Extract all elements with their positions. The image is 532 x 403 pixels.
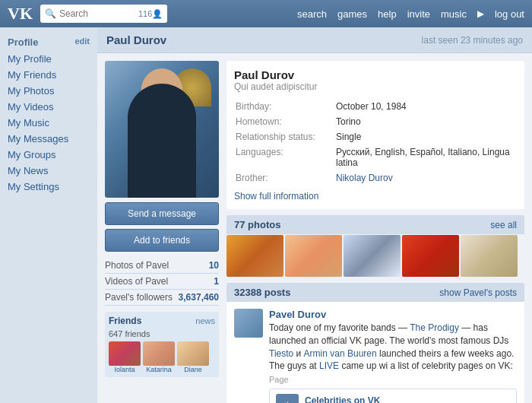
friends-avatars: Iolanta Katarina Diane <box>109 341 215 373</box>
tiesto-link[interactable]: Tiesto <box>269 348 293 359</box>
shared-card-info: Celebrities on VK Artists, Musicians and… <box>305 395 428 403</box>
photo-thumb-4[interactable] <box>402 235 459 277</box>
friends-title: Friends <box>109 316 141 326</box>
friends-news-link[interactable]: news <box>195 316 215 325</box>
play-icon[interactable]: ▶ <box>477 8 484 19</box>
friend-img-1 <box>109 341 141 366</box>
profile-avatar <box>105 61 219 198</box>
followers-stat-label: Pavel's followers <box>105 292 173 303</box>
sidebar: Profile edit My Profile My Friends My Ph… <box>0 27 97 403</box>
show-posts-link[interactable]: show Pavel's posts <box>439 287 517 298</box>
birthday-row: Birthday: October 10, 1984 <box>236 100 515 113</box>
profile-info-card: Paul Durov Qui audet adipiscitur Birthda… <box>226 61 524 209</box>
page-label: Page <box>269 375 517 384</box>
post-author-avatar[interactable] <box>234 309 263 338</box>
profile-fullname: Paul Durov <box>234 68 517 81</box>
photo-thumb-3[interactable] <box>344 235 401 277</box>
top-navigation: VK 🔍 116 👤 search games help invite musi… <box>0 0 532 27</box>
profile-stats: Photos of Pavel 10 Videos of Pavel 1 Pav… <box>105 258 219 306</box>
videos-stat-row: Videos of Pavel 1 <box>105 274 219 290</box>
search-count: 116 <box>138 9 152 18</box>
photos-section-bar: 77 photos see all <box>226 215 524 234</box>
shared-card-title: Celebrities on VK <box>305 395 428 403</box>
sidebar-item-my-friends[interactable]: My Friends <box>0 67 97 83</box>
sidebar-item-my-photos[interactable]: My Photos <box>0 83 97 99</box>
friend-name-1: Iolanta <box>114 366 135 373</box>
info-table: Birthday: October 10, 1984 Hometown: Tor… <box>234 98 517 186</box>
nav-music[interactable]: music <box>441 8 467 20</box>
followers-stat-value[interactable]: 3,637,460 <box>179 292 219 303</box>
sidebar-item-my-profile[interactable]: My Profile <box>0 51 97 67</box>
posts-section-bar: 32388 posts show Pavel's posts <box>226 283 524 302</box>
hometown-label: Hometown: <box>236 115 334 129</box>
nav-games[interactable]: games <box>337 8 367 20</box>
photo-thumb-5[interactable] <box>461 235 518 277</box>
nav-help[interactable]: help <box>378 8 397 20</box>
action-buttons: Send a message Add to friends <box>105 202 219 252</box>
friends-header: Friends news <box>109 316 215 326</box>
nav-invite[interactable]: invite <box>407 8 430 20</box>
relationship-value: Single <box>336 130 515 144</box>
brother-label: Brother: <box>236 171 334 185</box>
profile-tagline: Qui audet adipiscitur <box>234 81 517 92</box>
sidebar-item-my-videos[interactable]: My Videos <box>0 99 97 115</box>
photos-stat-label: Photos of Pavel <box>105 260 169 271</box>
live-link[interactable]: LIVE <box>319 360 339 371</box>
friend-img-2 <box>143 341 175 366</box>
sidebar-item-my-news[interactable]: My News <box>0 163 97 179</box>
search-box[interactable]: 🔍 116 👤 <box>40 5 167 23</box>
avatar-figure <box>128 84 196 198</box>
friend-item-3[interactable]: Diane <box>177 341 209 373</box>
armin-link[interactable]: Armin van Buuren <box>304 348 377 359</box>
languages-row: Languages: Русский, English, Español, It… <box>236 145 515 170</box>
relationship-row: Relationship status: Single <box>236 130 515 144</box>
sidebar-item-my-music[interactable]: My Music <box>0 115 97 131</box>
hometown-value: Torino <box>336 115 515 129</box>
nav-logout[interactable]: log out <box>495 8 524 20</box>
photo-thumb-1[interactable] <box>226 235 283 277</box>
post-author-name[interactable]: Pavel Durov <box>269 309 326 320</box>
search-user-icon: 👤 <box>152 9 163 19</box>
sidebar-item-my-settings[interactable]: My Settings <box>0 179 97 195</box>
sidebar-item-my-groups[interactable]: My Groups <box>0 147 97 163</box>
send-message-button[interactable]: Send a message <box>105 202 219 225</box>
friends-box: Friends news 647 friends Iolanta Katarin… <box>105 312 219 377</box>
brother-row: Brother: Nikolay Durov <box>236 171 515 185</box>
photos-stat-value[interactable]: 10 <box>209 260 219 271</box>
edit-link[interactable]: edit <box>74 36 90 46</box>
search-input[interactable] <box>59 8 135 19</box>
nav-search[interactable]: search <box>297 8 327 20</box>
brother-link[interactable]: Nikolay Durov <box>336 173 393 183</box>
post-item: Pavel Durov Today one of my favorite ban… <box>226 303 524 403</box>
friend-item-1[interactable]: Iolanta <box>109 341 141 373</box>
friend-item-2[interactable]: Katarina <box>143 341 175 373</box>
birthday-label: Birthday: <box>236 100 334 113</box>
left-column: Send a message Add to friends Photos of … <box>105 61 219 403</box>
friend-img-3 <box>177 341 209 366</box>
posts-count-title: 32388 posts <box>234 287 290 298</box>
vk-logo: VK <box>8 4 33 24</box>
photos-stat-row: Photos of Pavel 10 <box>105 258 219 274</box>
add-to-friends-button[interactable]: Add to friends <box>105 229 219 252</box>
photo-thumb-2[interactable] <box>285 235 342 277</box>
last-seen: last seen 23 minutes ago <box>422 35 523 46</box>
photos-section-title: 77 photos <box>234 219 280 230</box>
show-full-link[interactable]: Show full information <box>234 191 517 202</box>
right-column: Paul Durov Qui audet adipiscitur Birthda… <box>226 61 524 403</box>
shared-card[interactable]: ★ Celebrities on VK Artists, Musicians a… <box>269 389 517 403</box>
sidebar-item-my-messages[interactable]: My Messages <box>0 131 97 147</box>
friend-name-2: Katarina <box>146 366 172 373</box>
posts-section: 32388 posts show Pavel's posts Pavel Dur… <box>226 283 524 403</box>
photos-see-all-link[interactable]: see all <box>490 220 517 230</box>
followers-stat-row: Pavel's followers 3,637,460 <box>105 290 219 306</box>
videos-stat-value[interactable]: 1 <box>214 276 219 287</box>
videos-stat-label: Videos of Pavel <box>105 276 168 287</box>
birthday-value: October 10, 1984 <box>336 100 515 113</box>
post-content: Pavel Durov Today one of my favorite ban… <box>269 309 517 403</box>
hometown-row: Hometown: Torino <box>236 115 515 129</box>
content-area: Paul Durov last seen 23 minutes ago Send… <box>97 27 532 403</box>
photos-strip <box>226 235 524 277</box>
post-text: Today one of my favorite bands — The Pro… <box>269 322 517 373</box>
prodigy-link[interactable]: The Prodigy <box>410 322 459 333</box>
brother-value[interactable]: Nikolay Durov <box>336 171 515 185</box>
